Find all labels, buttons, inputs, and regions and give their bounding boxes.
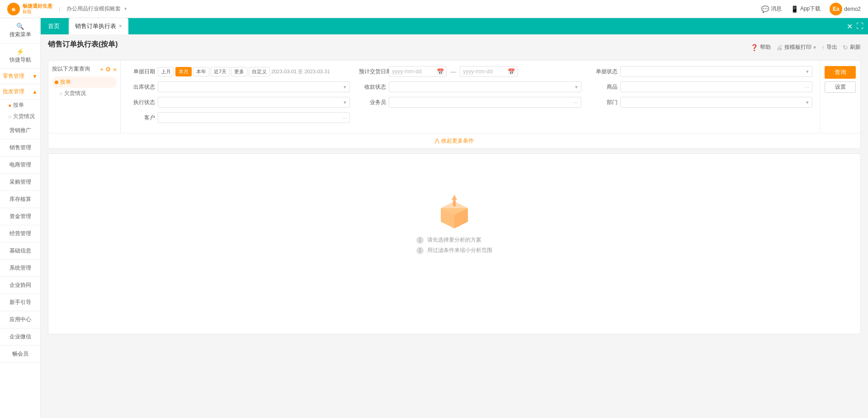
- sidebar-sales-management[interactable]: 销售管理: [0, 139, 40, 157]
- date-range-value: 2023-03-01 至 2023-03-31: [271, 68, 330, 75]
- settings-filter-btn[interactable]: 设置: [825, 81, 856, 93]
- dept-label: 部门: [590, 99, 618, 106]
- salesman-label: 业务员: [359, 99, 386, 106]
- tab-maximize-btn[interactable]: ⛶: [856, 22, 863, 30]
- header-left: 畅 畅捷通好生意 标版 | 办公用品行业模拟账套 ▾: [7, 3, 127, 15]
- avatar: Ea: [830, 3, 842, 15]
- date-btn-last-month[interactable]: 上月: [158, 67, 174, 76]
- date-btn-more[interactable]: 更多: [231, 67, 247, 76]
- tab-active[interactable]: 销售订单执行表 ×: [69, 18, 128, 34]
- collect-status-select[interactable]: 全部: [389, 81, 581, 92]
- scheme-panel: 按以下方案查询 + ⚙ « 按单 ○: [48, 61, 121, 133]
- username: demo2: [844, 6, 861, 12]
- refresh-btn[interactable]: ↻ 刷新: [843, 43, 861, 51]
- sidebar-operations[interactable]: 经营管理: [0, 225, 40, 242]
- date-btn-7days[interactable]: 近7天: [211, 67, 230, 76]
- tab-active-label: 销售订单执行表: [75, 22, 116, 30]
- scheme-settings-btn[interactable]: ⚙: [105, 66, 111, 73]
- message-label: 消息: [771, 5, 782, 13]
- sidebar-search-menu[interactable]: 🔍 搜索菜单: [0, 18, 40, 43]
- tab-close-window-btn[interactable]: ✕: [847, 22, 853, 31]
- forecast-date-start-input[interactable]: [389, 66, 434, 76]
- nav-icon: ⚡: [16, 48, 24, 55]
- sidebar-quick-nav[interactable]: ⚡ 快捷导航: [0, 43, 40, 69]
- search-panel: 按以下方案查询 + ⚙ « 按单 ○: [48, 60, 861, 149]
- sidebar-enterprise[interactable]: 企业协同: [0, 277, 40, 294]
- sidebar-system[interactable]: 系统管理: [0, 260, 40, 277]
- salesman-more-icon[interactable]: ···: [570, 99, 581, 106]
- customer-input-wrap: ···: [158, 112, 350, 123]
- collapse-up-icon: ⋀: [435, 138, 439, 144]
- calendar-icon-end[interactable]: 📅: [505, 68, 517, 75]
- empty-tip-1-text: 请先选择要分析的方案: [427, 236, 481, 244]
- customer-more-icon[interactable]: ···: [339, 114, 350, 121]
- search-btn[interactable]: 查询: [825, 66, 856, 79]
- print-label: 按模板打印: [784, 43, 811, 51]
- sidebar-basic-info[interactable]: 基础信息: [0, 242, 40, 260]
- filter-section: 单据日期 上月 本月 本年 近7天 更多 自定义 2023-03-01 至 20…: [121, 61, 860, 133]
- sidebar-ecommerce[interactable]: 电商管理: [0, 157, 40, 174]
- sidebar-retail-management[interactable]: 零售管理 ▼: [0, 69, 40, 84]
- scheme-header-icons: + ⚙ «: [100, 66, 117, 73]
- empty-tip-1: 1 请先选择要分析的方案: [416, 236, 492, 244]
- app-download-label: App下载: [800, 5, 821, 13]
- scheme-sub-item-欠货情况[interactable]: ○ 欠货情况: [52, 88, 117, 99]
- logo-icon: 畅: [7, 3, 20, 15]
- calendar-icon-start[interactable]: 📅: [434, 68, 446, 75]
- out-status-select[interactable]: 全部: [158, 81, 350, 92]
- sidebar-app-center[interactable]: 应用中心: [0, 311, 40, 328]
- filter-row-4: 客户 ···: [128, 112, 812, 123]
- sidebar-newbie[interactable]: 新手引导: [0, 294, 40, 311]
- filter-row-1: 单据日期 上月 本月 本年 近7天 更多 自定义 2023-03-01 至 20…: [128, 66, 812, 77]
- goods-input[interactable]: [621, 82, 802, 92]
- exec-status-select-wrap: 全部: [158, 97, 350, 108]
- sidebar-member[interactable]: 畅会员: [0, 346, 40, 363]
- sidebar-purchase[interactable]: 采购管理: [0, 174, 40, 191]
- help-btn[interactable]: ❓ 帮助: [750, 43, 771, 51]
- user-profile[interactable]: Ea demo2: [830, 3, 861, 15]
- breadcrumb-dropdown-icon[interactable]: ▾: [124, 6, 127, 12]
- sidebar-enterprise-wechat[interactable]: 企业微信: [0, 328, 40, 346]
- message-btn[interactable]: 💬 消息: [761, 5, 782, 13]
- sidebar-inventory[interactable]: 库存核算: [0, 191, 40, 208]
- sidebar-wholesale-management[interactable]: 批发管理 ▲: [0, 84, 40, 100]
- out-status-select-wrap: 全部: [158, 81, 350, 92]
- tab-home[interactable]: 首页: [41, 18, 67, 34]
- sidebar-item-按单[interactable]: ● 按单: [0, 100, 40, 111]
- date-btn-this-month[interactable]: 本月: [175, 67, 192, 76]
- svg-rect-7: [453, 200, 456, 206]
- salesman-input[interactable]: [389, 97, 570, 107]
- goods-more-icon[interactable]: ···: [801, 83, 812, 90]
- exec-status-select[interactable]: 全部: [158, 97, 350, 108]
- dot-icon-active: ●: [8, 102, 11, 109]
- sidebar-enterprise-label: 企业协同: [9, 281, 31, 289]
- scheme-header: 按以下方案查询 + ⚙ «: [52, 65, 117, 73]
- filter-right-actions: 查询 设置: [820, 61, 860, 133]
- customer-input[interactable]: [158, 113, 339, 123]
- forecast-date-end-input[interactable]: [460, 66, 505, 76]
- main-layout: 🔍 搜索菜单 ⚡ 快捷导航 零售管理 ▼ 批发管理 ▲ ● 按单 ○ 欠货情况 …: [0, 18, 868, 418]
- sidebar-marketing[interactable]: 营销推广: [0, 122, 40, 139]
- sidebar-member-label: 畅会员: [12, 350, 28, 358]
- filter-cell-goods: 商品 ···: [590, 81, 812, 92]
- export-btn[interactable]: ↑ 导出: [821, 43, 837, 51]
- sidebar-item-欠货情况[interactable]: ○ 欠货情况: [0, 111, 40, 122]
- filter-cell-collect-status: 收款状态 全部: [359, 81, 581, 92]
- collapse-bar[interactable]: ⋀ 收起更多条件: [48, 133, 860, 148]
- scheme-item-按单[interactable]: 按单: [52, 76, 117, 88]
- tab-close-btn[interactable]: ×: [119, 23, 122, 29]
- empty-tip-2: 2 用过滤条件来缩小分析范围: [416, 247, 492, 254]
- filters-grid: 单据日期 上月 本月 本年 近7天 更多 自定义 2023-03-01 至 20…: [121, 61, 820, 133]
- sidebar-finance[interactable]: 资金管理: [0, 208, 40, 225]
- sidebar-sales-label: 销售管理: [9, 144, 31, 152]
- print-btn[interactable]: 🖨 按模板打印 ▾: [776, 43, 816, 51]
- date-btn-this-year[interactable]: 本年: [193, 67, 209, 76]
- app-download-btn[interactable]: 📱 App下载: [791, 5, 821, 13]
- date-btn-custom[interactable]: 自定义: [249, 67, 270, 76]
- dept-select[interactable]: [620, 97, 812, 108]
- scheme-add-btn[interactable]: +: [100, 66, 104, 73]
- status-label: 单据状态: [590, 68, 618, 76]
- filter-cell-dept: 部门: [590, 97, 812, 108]
- scheme-collapse-btn[interactable]: «: [113, 66, 117, 73]
- status-select[interactable]: 全部 待审核 已审核 已关闭: [620, 66, 812, 77]
